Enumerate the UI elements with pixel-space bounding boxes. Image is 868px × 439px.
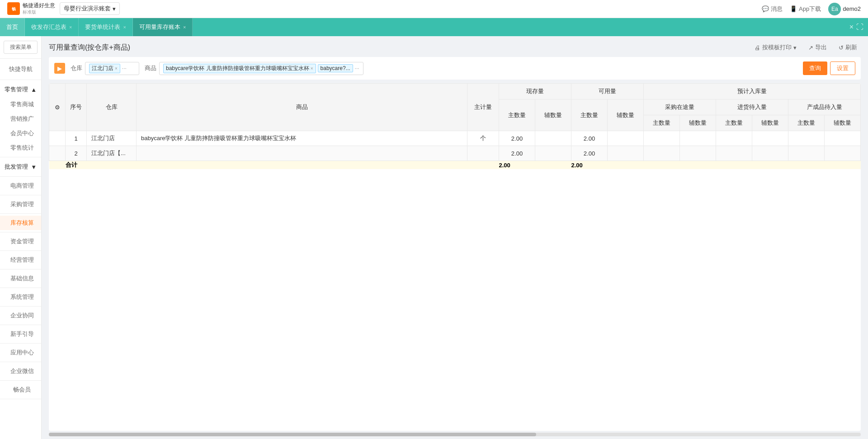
tab-要货单统计表[interactable]: 要货单统计表 × [79, 18, 132, 36]
print-button[interactable]: 🖨 按模板打印 ▾ [751, 42, 800, 53]
industry-select[interactable]: 母婴行业演示账套 ▾ [60, 2, 120, 15]
warehouse-tag-close[interactable]: × [115, 66, 118, 71]
tf-incoming-aux [752, 161, 788, 170]
top-bar: 畅 畅捷通好生意 标准版 母婴行业演示账套 ▾ 💬 消息 📱 App下载 Ea … [0, 0, 868, 18]
product-tag-1-close[interactable]: × [311, 66, 313, 71]
tab-actions: × ⛶ [845, 18, 868, 36]
sidebar-item-企业微信[interactable]: 企业微信 [0, 364, 41, 378]
sidebar-header-零售管理[interactable]: 零售管理 ▲ [0, 82, 41, 97]
th-purchase-aux: 辅数量 [680, 115, 716, 131]
close-tab-2-icon[interactable]: × [123, 24, 126, 30]
tab-收发存汇总表[interactable]: 收发存汇总表 × [25, 18, 79, 36]
sidebar-item-零售商城[interactable]: 零售商城 [0, 97, 41, 112]
chevron-up-icon: ▲ [31, 86, 37, 93]
message-action[interactable]: 💬 消息 [762, 5, 783, 13]
fullscreen-icon[interactable]: ⛶ [856, 23, 863, 31]
td-unit-1: 个 [467, 131, 499, 146]
filter-area: ▶ 仓库 江北门店 × ··· 商品 babycare学饮杯 儿童防摔防撞吸管杯… [49, 57, 861, 80]
page-header: 可用量查询(按仓库+商品) 🖨 按模板打印 ▾ ↗ 导出 ↺ 刷新 [42, 36, 868, 57]
tf-production-main [788, 161, 825, 170]
logo-icon: 畅 [7, 2, 20, 15]
refresh-button[interactable]: ↺ 刷新 [835, 42, 861, 53]
td-stock-aux-2 [535, 146, 571, 161]
td-stock-main-1: 2.00 [499, 131, 535, 146]
app-download-label: App下载 [799, 5, 821, 13]
sidebar-item-零售统计[interactable]: 零售统计 [0, 141, 41, 155]
filter-buttons: 查询 设置 [803, 61, 855, 75]
td-unit-2 [467, 146, 499, 161]
th-production-main: 主数量 [788, 115, 825, 131]
product-label: 商品 [145, 64, 156, 72]
close-all-icon[interactable]: × [849, 23, 854, 31]
sidebar-item-经营管理[interactable]: 经营管理 [0, 253, 41, 267]
tf-stock-main: 2.00 [499, 161, 535, 170]
sidebar-section-批发管理: 批发管理 ▼ [0, 157, 41, 177]
sidebar-item-库存核算[interactable]: 库存核算 [0, 216, 41, 230]
horizontal-scrollbar-thumb[interactable] [49, 433, 536, 436]
gear-icon[interactable]: ⚙ [55, 104, 60, 111]
product-tag-2: babycare?... [318, 64, 353, 72]
sidebar-item-快捷导航[interactable]: 快捷导航 [0, 61, 41, 77]
table-footer-row: 合计 2.00 2.00 [49, 161, 861, 170]
chevron-down-icon: ▾ [113, 5, 116, 12]
sidebar-item-采购管理[interactable]: 采购管理 [0, 197, 41, 212]
th-forecast-group: 预计入库量 [644, 84, 861, 99]
td-purchase-aux-2 [680, 146, 716, 161]
content-area: 可用量查询(按仓库+商品) 🖨 按模板打印 ▾ ↗ 导出 ↺ 刷新 [42, 36, 868, 439]
th-stock-group: 现存量 [499, 84, 571, 99]
refresh-label: 刷新 [845, 43, 857, 52]
horizontal-scrollbar-track[interactable] [49, 433, 861, 436]
product-more[interactable]: ··· [355, 65, 359, 71]
product-tag-1-text: babycare学饮杯 儿童防摔防撞吸管杯重力球吸嘴杯宝宝水杯 [166, 65, 309, 72]
logo-area: 畅 畅捷通好生意 标准版 [7, 2, 55, 15]
sidebar-label-零售管理: 零售管理 [5, 85, 28, 94]
message-icon: 💬 [762, 5, 769, 12]
th-production-group: 产成品待入量 [788, 99, 861, 115]
sidebar-item-畅会员[interactable]: 畅会员 [0, 382, 41, 397]
sidebar-item-营销推广[interactable]: 营销推广 [0, 112, 41, 126]
sidebar-header-批发管理[interactable]: 批发管理 ▼ [0, 159, 41, 175]
tf-purchase-aux [680, 161, 716, 170]
query-button[interactable]: 查询 [803, 61, 827, 75]
sidebar-section-畅会员: 畅会员 [0, 381, 41, 399]
th-product: 商品 [137, 84, 467, 131]
sidebar-item-企业协同[interactable]: 企业协同 [0, 308, 41, 323]
sidebar-item-新手引导[interactable]: 新手引导 [0, 327, 41, 341]
td-purchase-main-2 [644, 146, 680, 161]
search-menu-button[interactable]: 搜索菜单 [4, 41, 38, 54]
tab-可用量库存账本[interactable]: 可用量库存账本 × [133, 18, 193, 36]
filter-toggle-button[interactable]: ▶ [54, 63, 65, 74]
sidebar-item-系统管理[interactable]: 系统管理 [0, 290, 41, 304]
table-container: ⚙ 序号 仓库 商品 主计量 现存量 可用量 预计入库量 主数量 辅数量 主数量 [49, 83, 861, 431]
td-stock-aux-1 [535, 131, 571, 146]
warehouse-input[interactable]: 江北门店 × ··· [85, 62, 139, 75]
td-incoming-aux-2 [752, 146, 788, 161]
product-input[interactable]: babycare学饮杯 儿童防摔防撞吸管杯重力球吸嘴杯宝宝水杯 × babyca… [159, 62, 363, 75]
close-tab-3-icon[interactable]: × [183, 24, 186, 30]
setting-button[interactable]: 设置 [830, 61, 855, 75]
sidebar-item-资金管理[interactable]: 资金管理 [0, 234, 41, 249]
warehouse-more[interactable]: ··· [122, 65, 127, 71]
td-num-2: 2 [66, 146, 87, 161]
sidebar-item-会员中心[interactable]: 会员中心 [0, 126, 41, 141]
sidebar-label-批发管理: 批发管理 [5, 163, 28, 171]
th-num: 序号 [66, 84, 87, 131]
table-row: 2 江北门店【... 2.00 2.00 [49, 146, 861, 161]
th-stock-aux: 辅数量 [535, 99, 571, 131]
close-tab-1-icon[interactable]: × [69, 24, 72, 30]
warehouse-filter: 仓库 江北门店 × ··· [71, 62, 139, 75]
tab-home[interactable]: 首页 [0, 18, 25, 36]
export-label: 导出 [815, 43, 827, 52]
user-area[interactable]: Ea demo2 [828, 3, 861, 15]
sidebar-item-电商管理[interactable]: 电商管理 [0, 179, 41, 193]
th-available-aux: 辅数量 [608, 99, 644, 131]
sidebar-item-基础信息[interactable]: 基础信息 [0, 271, 41, 286]
export-button[interactable]: ↗ 导出 [805, 42, 830, 53]
app-download-action[interactable]: 📱 App下载 [790, 5, 821, 13]
sidebar-item-应用中心[interactable]: 应用中心 [0, 345, 41, 360]
inventory-table: ⚙ 序号 仓库 商品 主计量 现存量 可用量 预计入库量 主数量 辅数量 主数量 [49, 83, 861, 169]
refresh-icon: ↺ [839, 44, 844, 51]
sidebar: 搜索菜单 快捷导航 零售管理 ▲ 零售商城 营销推广 会员中心 零售统计 批发管… [0, 36, 42, 439]
industry-label: 母婴行业演示账套 [64, 5, 111, 13]
product-filter: 商品 babycare学饮杯 儿童防摔防撞吸管杯重力球吸嘴杯宝宝水杯 × bab… [145, 62, 363, 75]
